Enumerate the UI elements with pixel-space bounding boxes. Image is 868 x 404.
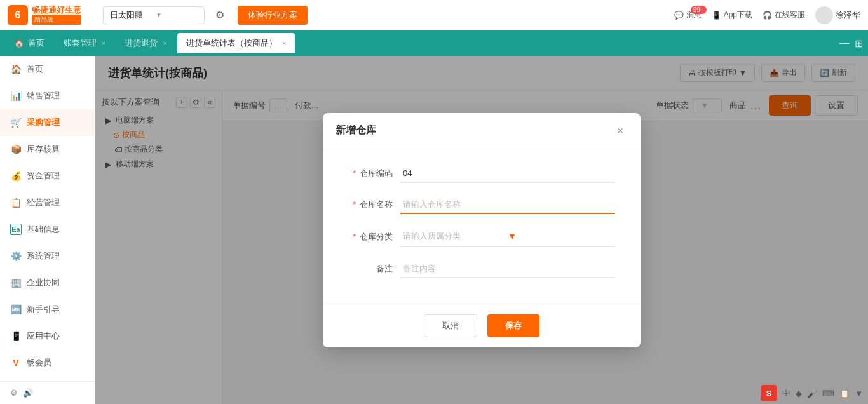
guide-icon: 🆕 [10,304,22,315]
main-layout: 🏠 首页 📊 销售管理 🛒 采购管理 📦 库存核算 💰 资金管理 📋 经营管理 … [0,56,868,404]
header-right: 💬 消息 99+ 📱 App下载 🎧 在线客服 徐泽华 [674,6,860,24]
sidebar-item-guide[interactable]: 🆕 新手引导 [0,296,95,323]
sidebar-label-system: 系统管理 [27,250,60,262]
volume-icon[interactable]: 🔊 [23,388,33,398]
sidebar-label-sales: 销售管理 [27,90,60,102]
sidebar-label-home: 首页 [27,64,43,75]
warehouse-remark-input[interactable] [400,260,615,278]
chevron-down-icon: ▼ [156,11,198,18]
sidebar-label-apps: 应用中心 [27,330,60,342]
s-logo: S [761,385,777,401]
sidebar-label-guide: 新手引导 [27,304,60,315]
modal-overlay[interactable]: 新增仓库 × * 仓库编码 * [95,56,868,404]
system-icon: ⚙️ [10,250,22,262]
diamond-icon[interactable]: ◆ [796,389,802,398]
form-item-category: * 仓库分类 请输入所属分类 ▼ [348,227,615,247]
message-badge: 99+ [691,6,707,14]
user-area[interactable]: 徐泽华 [815,6,860,24]
member-icon: V [10,357,22,368]
sidebar-item-home[interactable]: 🏠 首页 [0,56,95,83]
sidebar-label-operation: 经营管理 [27,197,60,208]
sidebar-label-purchase: 采购管理 [27,117,60,128]
tab-stat-close[interactable]: × [282,39,286,47]
user-name: 徐泽华 [836,10,860,21]
sidebar-item-sales[interactable]: 📊 销售管理 [0,83,95,109]
sidebar-item-basic[interactable]: Ea 基础信息 [0,216,95,243]
dialog-title: 新增仓库 [336,124,613,137]
sidebar-item-inventory[interactable]: 📦 库存核算 [0,136,95,163]
warehouse-category-select[interactable]: 请输入所属分类 ▼ [400,227,615,247]
content-area: 进货单统计(按商品) 🖨 按模板打印 ▼ 📤 导出 🔄 刷新 [95,56,868,404]
tab-account-close[interactable]: × [102,39,105,47]
app-download-item[interactable]: 📱 App下载 [712,10,752,20]
logo-area: 6 畅捷通好生意 精品版 [8,5,103,25]
sidebar-item-enterprise[interactable]: 🏢 企业协同 [0,269,95,296]
sales-icon: 📊 [10,90,22,102]
warehouse-name-input[interactable] [400,196,615,214]
tab-home-label: 首页 [28,37,44,49]
home-icon: 🏠 [10,64,22,75]
form-label-remark: 备注 [348,263,393,274]
purchase-icon: 🛒 [10,117,22,128]
store-name: 日太阳膜 [110,10,152,21]
tab-stat[interactable]: 进货单统计表（按商品） × [177,33,295,53]
dialog-header: 新增仓库 × [323,113,641,149]
inventory-icon: 📦 [10,144,22,155]
tab-account-label: 账套管理 [64,37,97,49]
tab-stat-label: 进货单统计表（按商品） [186,37,277,49]
home-icon: 🏠 [14,39,24,48]
messages-item[interactable]: 💬 消息 99+ [674,10,702,20]
dialog-new-warehouse: 新增仓库 × * 仓库编码 * [323,113,641,347]
online-service-item[interactable]: 🎧 在线客服 [763,10,805,20]
settings-bottom-icon[interactable]: ⚙ [10,388,18,398]
tab-return[interactable]: 进货退货 × [116,33,175,53]
save-button[interactable]: 保存 [487,314,539,337]
form-label-name: * 仓库名称 [348,199,393,210]
tab-minimize-icon[interactable]: — [839,37,850,50]
chinese-input-icon[interactable]: 中 [782,387,790,399]
sidebar-label-enterprise: 企业协同 [27,277,60,288]
category-placeholder: 请输入所属分类 [403,231,508,242]
mic-icon[interactable]: 🎤 [807,389,817,398]
sidebar-label-basic: 基础信息 [27,224,60,235]
form-label-code: * 仓库编码 [348,168,393,179]
trial-button[interactable]: 体验行业方案 [238,6,308,25]
logo-icon: 6 [8,5,28,25]
app-download-label: App下载 [724,10,752,20]
settings-button[interactable]: ⚙ [210,5,230,25]
form-item-remark: 备注 [348,260,615,278]
sidebar-item-member[interactable]: V 畅会员 [0,349,95,376]
basic-icon: Ea [10,224,22,235]
sidebar-item-finance[interactable]: 💰 资金管理 [0,163,95,189]
online-service-label: 在线客服 [775,10,805,20]
headset-icon: 🎧 [763,11,772,20]
clipboard-icon[interactable]: 📋 [839,389,850,398]
tab-home[interactable]: 🏠 首页 [5,33,53,53]
logo-text: 畅捷通好生意 [32,5,81,15]
sidebar-item-operation[interactable]: 📋 经营管理 [0,189,95,216]
message-icon: 💬 [674,11,684,20]
tab-expand-icon[interactable]: ⊞ [855,37,863,50]
keyboard-icon[interactable]: ⌨ [822,389,834,398]
form-item-name: * 仓库名称 [348,196,615,214]
tab-bar: 🏠 首页 账套管理 × 进货退货 × 进货单统计表（按商品） × — ⊞ [0,30,868,56]
sidebar-label-finance: 资金管理 [27,170,60,182]
dialog-footer: 取消 保存 [323,304,641,347]
mobile-icon: 📱 [712,11,721,20]
logo-badge: 精品版 [32,15,81,25]
cancel-button[interactable]: 取消 [424,314,477,337]
warehouse-code-input[interactable] [400,165,615,183]
avatar [815,6,833,24]
tab-return-close[interactable]: × [163,39,166,47]
select-arrow-icon: ▼ [508,231,613,241]
tab-account[interactable]: 账套管理 × [55,33,114,53]
sidebar-label-member: 畅会员 [27,357,51,368]
store-selector[interactable]: 日太阳膜 ▼ [103,6,205,24]
sidebar-label-inventory: 库存核算 [27,144,60,155]
dialog-close-button[interactable]: × [613,123,628,138]
sidebar-item-system[interactable]: ⚙️ 系统管理 [0,243,95,269]
sidebar-item-apps[interactable]: 📱 应用中心 [0,323,95,349]
sidebar-item-purchase[interactable]: 🛒 采购管理 [0,109,95,136]
form-item-code: * 仓库编码 [348,165,615,183]
expand-icon[interactable]: ▼ [855,389,863,398]
